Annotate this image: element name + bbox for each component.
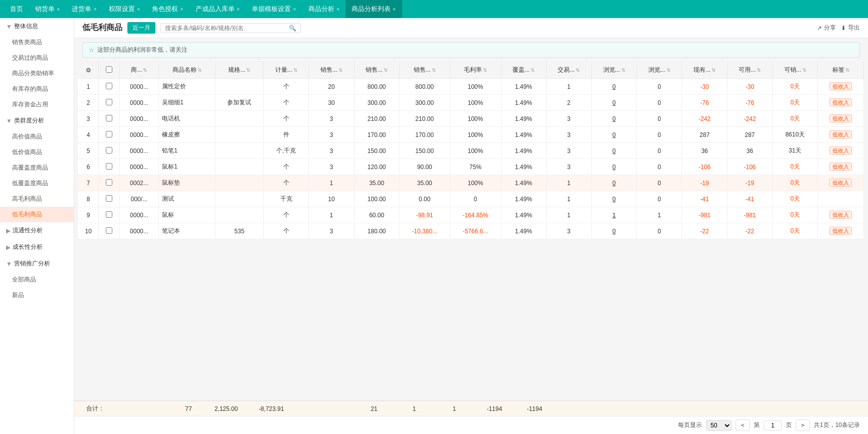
sidebar-group-liquidity[interactable]: ▶ 流通性分析 bbox=[0, 222, 74, 239]
close-icon[interactable]: × bbox=[57, 6, 60, 12]
row-select-checkbox[interactable] bbox=[106, 99, 112, 105]
sidebar-item-stocked-products[interactable]: 有库存的商品 bbox=[0, 81, 74, 97]
sidebar-group-growth[interactable]: ▶ 成长性分析 bbox=[0, 239, 74, 255]
next-page-button[interactable]: ＞ bbox=[796, 419, 810, 431]
sidebar-item-sales-products[interactable]: 销售类商品 bbox=[0, 35, 74, 50]
col-checkbox bbox=[99, 62, 119, 79]
row-sales-count: 30 bbox=[309, 95, 354, 111]
nav-role-auth[interactable]: 角色授权 × bbox=[146, 0, 189, 18]
col-trade-count[interactable]: 交易...⇅ bbox=[546, 62, 591, 79]
col-view1[interactable]: 浏览...⇅ bbox=[591, 62, 636, 79]
prev-page-button[interactable]: ＜ bbox=[736, 419, 750, 431]
close-icon[interactable]: × bbox=[393, 6, 396, 12]
row-view1[interactable]: 0 bbox=[591, 127, 636, 143]
sidebar-item-category-sales-rate[interactable]: 商品分类助销率 bbox=[0, 66, 74, 81]
row-select-checkbox[interactable] bbox=[106, 147, 112, 154]
col-sales-count[interactable]: 销售...⇅ bbox=[309, 62, 354, 79]
filter-recent-month-button[interactable]: 近一月 bbox=[127, 22, 155, 34]
col-unit[interactable]: 计量...⇅ bbox=[264, 62, 309, 79]
per-page-select[interactable]: 50 100 200 bbox=[706, 420, 732, 431]
close-icon[interactable]: × bbox=[336, 6, 339, 12]
row-name: 铅笔1 bbox=[159, 143, 215, 159]
select-all-checkbox[interactable] bbox=[106, 66, 112, 73]
row-checkbox[interactable] bbox=[99, 207, 119, 223]
nav-home[interactable]: 首页 bbox=[4, 0, 29, 18]
sidebar-group-overall[interactable]: ▼ 整体信息 bbox=[0, 18, 74, 35]
row-index: 5 bbox=[78, 143, 99, 159]
row-view1[interactable]: 0 bbox=[591, 175, 636, 191]
row-view1[interactable]: 1 bbox=[591, 207, 636, 223]
row-gross-margin: -164.85% bbox=[450, 207, 501, 223]
sidebar-item-low-margin[interactable]: 低毛利商品 bbox=[0, 207, 74, 222]
nav-template-settings[interactable]: 单据模板设置 × bbox=[246, 0, 302, 18]
col-settings[interactable]: ⚙ bbox=[78, 62, 99, 79]
sidebar-item-high-coverage[interactable]: 高覆盖度商品 bbox=[0, 160, 74, 176]
row-select-checkbox[interactable] bbox=[106, 83, 112, 89]
row-sales-price: 210.00 bbox=[354, 111, 399, 127]
col-name[interactable]: 商品名称⇅ bbox=[159, 62, 215, 79]
page-number-input[interactable] bbox=[764, 420, 782, 430]
row-view1[interactable]: 0 bbox=[591, 223, 636, 239]
sidebar-item-traded-products[interactable]: 交易过的商品 bbox=[0, 50, 74, 66]
row-view1[interactable]: 0 bbox=[591, 143, 636, 159]
row-select-checkbox[interactable] bbox=[106, 195, 112, 202]
row-spec bbox=[215, 191, 264, 207]
row-checkbox[interactable] bbox=[99, 143, 119, 159]
row-select-checkbox[interactable] bbox=[106, 131, 112, 137]
row-checkbox[interactable] bbox=[99, 175, 119, 191]
row-checkbox[interactable] bbox=[99, 127, 119, 143]
close-icon[interactable]: × bbox=[93, 6, 96, 12]
col-sales-price[interactable]: 销售...⇅ bbox=[354, 62, 399, 79]
sidebar-item-low-coverage[interactable]: 低覆盖度商品 bbox=[0, 176, 74, 191]
row-checkbox[interactable] bbox=[99, 191, 119, 207]
nav-purchase-order[interactable]: 进货单 × bbox=[66, 0, 102, 18]
chevron-down-icon: ▼ bbox=[6, 23, 12, 30]
nav-permission-settings[interactable]: 权限设置 × bbox=[103, 0, 146, 18]
row-select-checkbox[interactable] bbox=[106, 211, 112, 218]
sidebar-item-inventory-capital[interactable]: 库存资金占用 bbox=[0, 97, 74, 112]
row-select-checkbox[interactable] bbox=[106, 163, 112, 170]
col-gross-margin[interactable]: 毛利率⇅ bbox=[450, 62, 501, 79]
col-current-stock[interactable]: 现有...⇅ bbox=[682, 62, 727, 79]
sidebar-item-new-products[interactable]: 新品 bbox=[0, 287, 74, 303]
row-select-checkbox[interactable] bbox=[106, 227, 112, 234]
col-view2[interactable]: 浏览...⇅ bbox=[637, 62, 682, 79]
row-view1[interactable]: 0 bbox=[591, 95, 636, 111]
row-view1[interactable]: 0 bbox=[591, 111, 636, 127]
sidebar-item-high-value[interactable]: 高价值商品 bbox=[0, 129, 74, 144]
close-icon[interactable]: × bbox=[293, 6, 296, 12]
row-checkbox[interactable] bbox=[99, 111, 119, 127]
row-view1[interactable]: 0 bbox=[591, 79, 636, 95]
row-checkbox[interactable] bbox=[99, 95, 119, 111]
col-available-stock[interactable]: 可用...⇅ bbox=[727, 62, 772, 79]
nav-product-inbound[interactable]: 产成品入库单 × bbox=[190, 0, 246, 18]
nav-product-analysis-list[interactable]: 商品分析列表 × bbox=[345, 0, 402, 18]
row-view1[interactable]: 0 bbox=[591, 159, 636, 175]
row-checkbox[interactable] bbox=[99, 159, 119, 175]
sidebar-item-high-margin[interactable]: 高毛利商品 bbox=[0, 191, 74, 207]
sidebar-group-cluster[interactable]: ▼ 类群度分析 bbox=[0, 112, 74, 129]
col-tag[interactable]: 标签⇅ bbox=[818, 62, 864, 79]
share-button[interactable]: ↗ 分享 bbox=[817, 24, 836, 32]
row-available-stock: 287 bbox=[727, 127, 772, 143]
close-icon[interactable]: × bbox=[180, 6, 183, 12]
sidebar-group-marketing[interactable]: ▼ 营销推广分析 bbox=[0, 255, 74, 272]
col-code[interactable]: 商...⇅ bbox=[119, 62, 159, 79]
search-input[interactable] bbox=[165, 25, 289, 32]
col-sales-amount[interactable]: 销售...⇅ bbox=[399, 62, 450, 79]
row-checkbox[interactable] bbox=[99, 223, 119, 239]
row-view1[interactable]: 0 bbox=[591, 191, 636, 207]
nav-sales-order[interactable]: 销货单 × bbox=[29, 0, 66, 18]
row-select-checkbox[interactable] bbox=[106, 115, 112, 121]
export-button[interactable]: ⬇ 导出 bbox=[841, 24, 860, 32]
col-coverage[interactable]: 覆盖...⇅ bbox=[501, 62, 546, 79]
nav-product-analysis[interactable]: 商品分析 × bbox=[302, 0, 345, 18]
sidebar-item-low-value[interactable]: 低价值商品 bbox=[0, 144, 74, 160]
close-icon[interactable]: × bbox=[237, 6, 240, 12]
row-checkbox[interactable] bbox=[99, 79, 119, 95]
col-saleable-days[interactable]: 可销...⇅ bbox=[772, 62, 817, 79]
row-select-checkbox[interactable] bbox=[106, 179, 112, 186]
close-icon[interactable]: × bbox=[137, 6, 140, 12]
sidebar-item-all-products[interactable]: 全部商品 bbox=[0, 272, 74, 287]
col-spec[interactable]: 规格...⇅ bbox=[215, 62, 264, 79]
